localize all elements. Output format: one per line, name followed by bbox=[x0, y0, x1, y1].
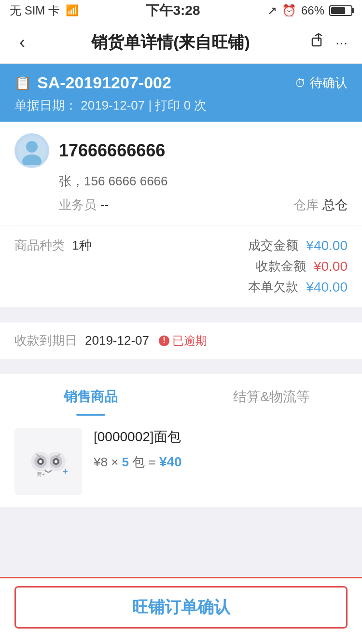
customer-section: 17666666666 张，156 6666 6666 业务员 -- 仓库 总仓 bbox=[0, 122, 362, 225]
warehouse-value: 总仓 bbox=[322, 196, 348, 213]
customer-phone: 17666666666 bbox=[59, 140, 165, 161]
price-unit-label: 包 bbox=[132, 455, 145, 469]
tab-sales[interactable]: 销售商品 bbox=[0, 374, 181, 416]
summary-left: 商品种类 1种 bbox=[14, 237, 248, 254]
page-title: 销货单详情(来自旺铺) bbox=[91, 31, 250, 54]
equals-symbol: = bbox=[149, 455, 159, 469]
svg-text:+: + bbox=[63, 466, 68, 476]
status-right: ↗ ⏰ 66% bbox=[267, 4, 352, 17]
battery-icon bbox=[329, 5, 352, 16]
summary-row: 商品种类 1种 成交金额 ¥40.00 收款金额 ¥0.00 本单欠款 ¥40.… bbox=[14, 237, 348, 295]
salesperson-label: 业务员 bbox=[59, 196, 97, 213]
overdue-badge: ! 已逾期 bbox=[159, 333, 207, 349]
product-price-row: ¥8 × 5 包 = ¥40 bbox=[94, 454, 348, 471]
product-info: [0000002]面包 ¥8 × 5 包 = ¥40 bbox=[94, 428, 348, 471]
product-name: [0000002]面包 bbox=[94, 428, 348, 446]
debt-label: 本单欠款 bbox=[248, 279, 298, 295]
due-date: 2019-12-07 bbox=[85, 333, 149, 348]
warehouse-label: 仓库 bbox=[293, 196, 319, 213]
svg-point-12 bbox=[55, 460, 57, 463]
wifi-icon: 📶 bbox=[66, 4, 79, 17]
location-icon: ↗ bbox=[267, 4, 277, 17]
battery-percent: 66% bbox=[301, 4, 324, 17]
back-button[interactable]: ‹ bbox=[14, 28, 30, 57]
order-banner: 📋 SA-20191207-002 ⏱ 待确认 单据日期： 2019-12-07… bbox=[0, 64, 362, 122]
salesperson-value: -- bbox=[100, 197, 109, 212]
price-qty: 5 bbox=[122, 455, 129, 469]
avatar bbox=[14, 133, 49, 168]
order-date-row: 单据日期： 2019-12-07 | 打印 0 次 bbox=[14, 97, 348, 114]
received-row: 收款金额 ¥0.00 bbox=[256, 258, 348, 275]
divider-2 bbox=[0, 359, 362, 366]
customer-details: 17666666666 bbox=[59, 140, 165, 161]
debt-row: 本单欠款 ¥40.00 bbox=[248, 279, 348, 295]
confirm-button[interactable]: 旺铺订单确认 bbox=[14, 586, 348, 629]
tabs-section: 销售商品 结算&物流等 bbox=[0, 374, 362, 416]
order-id: 📋 SA-20191207-002 bbox=[14, 73, 171, 92]
amount-row: 成交金额 ¥40.00 bbox=[248, 237, 348, 254]
svg-rect-0 bbox=[312, 38, 321, 46]
svg-point-3 bbox=[26, 141, 38, 153]
svg-text:野+: 野+ bbox=[37, 472, 45, 477]
debt-value: ¥40.00 bbox=[306, 280, 348, 295]
price-total: ¥40 bbox=[159, 454, 182, 469]
summary-right: 成交金额 ¥40.00 收款金额 ¥0.00 本单欠款 ¥40.00 bbox=[248, 237, 348, 295]
bottom-bar: 旺铺订单确认 bbox=[0, 577, 362, 644]
order-id-row: 📋 SA-20191207-002 ⏱ 待确认 bbox=[14, 73, 348, 92]
alarm-icon: ⏰ bbox=[282, 4, 296, 17]
clock-icon: ⏱ bbox=[294, 76, 306, 90]
nav-actions: ··· bbox=[311, 33, 348, 51]
received-label: 收款金额 bbox=[256, 258, 306, 275]
more-button[interactable]: ··· bbox=[335, 34, 348, 51]
product-section: + 野+ [0000002]面包 ¥8 × 5 包 = ¥40 bbox=[0, 416, 362, 507]
received-value: ¥0.00 bbox=[314, 259, 348, 274]
svg-point-11 bbox=[39, 460, 42, 463]
order-status: ⏱ 待确认 bbox=[294, 74, 348, 91]
product-thumbnail: + 野+ bbox=[14, 428, 82, 495]
share-button[interactable] bbox=[311, 33, 326, 51]
due-section: 收款到期日 2019-12-07 ! 已逾期 bbox=[0, 322, 362, 359]
amount-value: ¥40.00 bbox=[306, 238, 348, 253]
status-bar: 无 SIM 卡 📶 下午3:28 ↗ ⏰ 66% bbox=[0, 0, 362, 21]
nav-bar: ‹ 销货单详情(来自旺铺) ··· bbox=[0, 21, 362, 64]
customer-info: 张，156 6666 6666 bbox=[59, 173, 348, 190]
overdue-dot-icon: ! bbox=[159, 336, 169, 346]
multiply-symbol: × bbox=[111, 455, 122, 469]
product-type-value: 1种 bbox=[72, 238, 91, 252]
carrier-label: 无 SIM 卡 bbox=[10, 3, 60, 18]
product-type-label: 商品种类 bbox=[14, 238, 65, 252]
amount-label: 成交金额 bbox=[248, 237, 298, 254]
due-label: 收款到期日 bbox=[14, 332, 77, 349]
status-time: 下午3:28 bbox=[146, 1, 200, 20]
order-icon: 📋 bbox=[14, 75, 31, 91]
customer-row: 17666666666 bbox=[14, 133, 348, 168]
customer-meta: 业务员 -- 仓库 总仓 bbox=[59, 196, 348, 213]
status-left: 无 SIM 卡 📶 bbox=[10, 3, 79, 18]
product-row: + 野+ [0000002]面包 ¥8 × 5 包 = ¥40 bbox=[14, 428, 348, 495]
summary-section: 商品种类 1种 成交金额 ¥40.00 收款金额 ¥0.00 本单欠款 ¥40.… bbox=[0, 225, 362, 307]
tab-settlement[interactable]: 结算&物流等 bbox=[181, 374, 362, 416]
price-unit: ¥8 bbox=[94, 455, 108, 469]
overdue-label: 已逾期 bbox=[172, 333, 207, 349]
divider-1 bbox=[0, 307, 362, 315]
